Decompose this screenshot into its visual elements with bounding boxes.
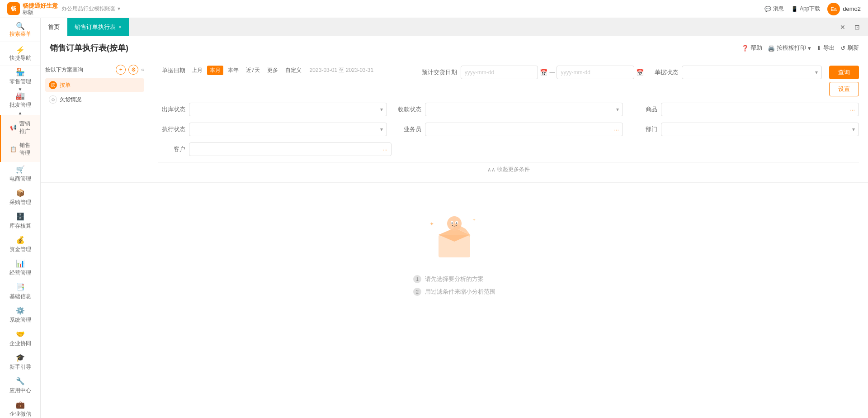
tip-text-2: 用过滤条件来缩小分析范围 <box>425 288 495 296</box>
tab-sales-exec[interactable]: 销售订单执行表 × <box>67 18 129 36</box>
help-label: 帮助 <box>750 44 762 52</box>
sidebar-item-finance[interactable]: 💰 资金管理 <box>0 233 40 256</box>
filter-field-dept: 部门 ▾ <box>630 123 859 136</box>
date-btn-this-month[interactable]: 本月 <box>207 66 223 75</box>
date-btn-this-year[interactable]: 本年 <box>225 66 241 75</box>
page-content: 销售订单执行表(按单) ❓ 帮助 🖨️ 按模板打印 ▾ ⬇ <box>41 36 868 418</box>
print-button[interactable]: 🖨️ 按模板打印 ▾ <box>768 44 811 52</box>
filter-field-goods: 商品 ··· <box>630 103 859 116</box>
date-btn-7days[interactable]: 近7天 <box>243 66 263 75</box>
newbie-icon: 🎓 <box>16 353 25 362</box>
page-title: 销售订单执行表(按单) <box>50 43 128 53</box>
tab-sales-exec-label: 销售订单执行表 <box>75 23 116 31</box>
scheme-item-欠货情况[interactable]: ⚙ 欠货情况 <box>45 93 144 106</box>
salesman-select[interactable]: ··· <box>425 123 623 136</box>
sidebar-item-enterprise[interactable]: 🤝 企业协同 <box>0 327 40 350</box>
status-select[interactable]: ▾ <box>682 66 822 79</box>
calendar-icon-1: 📅 <box>540 69 547 76</box>
salesman-more-icon[interactable]: ··· <box>614 126 619 133</box>
sidebar-item-quicknav[interactable]: ⚡ 快捷导航 <box>0 42 40 66</box>
stock-status-label: 出库状态 <box>158 105 185 114</box>
date-label: 单据日期 <box>158 66 185 75</box>
sidebar-enterprise-label: 企业协同 <box>9 340 31 347</box>
retail-icon: 🏪 <box>16 68 25 76</box>
breadcrumb-text: 办公用品行业模拟账套 <box>61 5 116 13</box>
app-download-icon: 📱 <box>791 6 798 12</box>
query-button[interactable]: 查询 <box>829 66 859 79</box>
filter-field-date: 单据日期 上月 本月 本年 近7天 更多 自定义 <box>158 66 415 75</box>
wechat-icon: 💼 <box>16 400 25 409</box>
content-area: 首页 销售订单执行表 × ✕ ⊡ 销售订单执行表(按单) <box>41 18 868 418</box>
settings-button[interactable]: 设置 <box>829 82 859 96</box>
message-button[interactable]: 💬 消息 <box>764 5 784 13</box>
collapse-panel-button[interactable]: « <box>141 66 144 73</box>
tab-home-label: 首页 <box>48 23 60 31</box>
sidebar-item-search[interactable]: 🔍 搜索菜单 <box>0 18 40 42</box>
goods-more-icon[interactable]: ··· <box>850 106 855 113</box>
app-download-button[interactable]: 📱 App下载 <box>791 5 820 13</box>
filter-field-stock-status: 出库状态 ▾ <box>158 103 387 116</box>
dept-select[interactable]: ▾ <box>661 123 859 136</box>
date-btn-last-month[interactable]: 上月 <box>189 66 205 75</box>
sidebar-item-retail[interactable]: 🏪 零售管理 ▼ <box>0 68 40 91</box>
customer-more-icon[interactable]: ··· <box>382 146 387 153</box>
goods-select[interactable]: ··· <box>661 103 859 116</box>
receipt-status-select[interactable]: ▾ <box>425 103 623 116</box>
sidebar-item-purchase[interactable]: 📦 采购管理 <box>0 185 40 209</box>
settings-scheme-button[interactable]: ⚙ <box>128 65 138 75</box>
date-btn-more[interactable]: 更多 <box>264 66 281 75</box>
add-scheme-button[interactable]: + <box>116 65 126 75</box>
refresh-label: 刷新 <box>847 44 859 52</box>
help-button[interactable]: ❓ 帮助 <box>741 44 762 52</box>
message-label: 消息 <box>773 5 784 13</box>
tab-close-button[interactable]: × <box>118 24 122 30</box>
sidebar-item-basicinfo[interactable]: 📑 基础信息 <box>0 280 40 303</box>
filter-left-panel: 按以下方案查询 + ⚙ « 按 按单 <box>41 59 149 182</box>
sidebar-item-appcenter[interactable]: 🔧 应用中心 <box>0 374 40 397</box>
help-icon: ❓ <box>741 45 749 52</box>
user-avatar-area[interactable]: Ea demo2 <box>827 3 861 15</box>
collapse-more-button[interactable]: ∧∧ 收起更多条件 <box>487 166 530 173</box>
exec-status-select[interactable]: ▾ <box>189 123 387 136</box>
avatar-initials: Ea <box>831 6 837 12</box>
sidebar-item-marketing[interactable]: 📢 营销推广 <box>1 117 40 138</box>
tab-bar: 首页 销售订单执行表 × ✕ ⊡ <box>41 18 868 36</box>
filter-field-receipt-status: 收款状态 ▾ <box>394 103 623 116</box>
empty-tip-1: 1 请先选择要分析的方案 <box>413 275 495 283</box>
app-download-label: App下载 <box>800 5 820 13</box>
filter-row-2: 出库状态 ▾ 收款状态 ▾ <box>158 103 859 116</box>
sidebar-item-wechat[interactable]: 💼 企业微信 <box>0 397 40 418</box>
tab-home[interactable]: 首页 <box>41 18 67 36</box>
operations-icon: 📊 <box>16 259 25 268</box>
tip-num-1: 1 <box>413 275 421 283</box>
finance-icon: 💰 <box>16 236 25 244</box>
empty-state: ✦ ✦ ✦ 1 请先选择要分析的方案 2 <box>404 183 505 328</box>
svg-text:✦: ✦ <box>429 221 434 227</box>
export-button[interactable]: ⬇ 导出 <box>816 44 835 52</box>
scheme-item-按单[interactable]: 按 按单 <box>45 78 144 92</box>
customer-select[interactable]: ··· <box>189 142 392 156</box>
scheme-label-欠货情况: 欠货情况 <box>60 96 81 104</box>
sidebar-item-inventory[interactable]: 🗄️ 库存核算 <box>0 209 40 233</box>
dept-arrow-icon: ▾ <box>852 126 855 133</box>
window-maximize-button[interactable]: ⊡ <box>852 22 863 33</box>
scheme-header-label: 按以下方案查询 <box>45 66 83 74</box>
svg-text:✦: ✦ <box>472 218 476 222</box>
expected-date-to[interactable]: yyyy-mm-dd <box>557 66 634 79</box>
scheme-label-按单: 按单 <box>60 81 71 89</box>
tip-num-2: 2 <box>413 288 421 296</box>
sidebar-item-ecommerce[interactable]: 🛒 电商管理 <box>0 162 40 185</box>
expected-date-from[interactable]: yyyy-mm-dd <box>461 66 538 79</box>
sidebar-item-newbie[interactable]: 🎓 新手引导 <box>0 350 40 374</box>
logo-area[interactable]: 畅 畅捷通好生意 标版 <box>7 2 58 16</box>
sidebar-item-system[interactable]: ⚙️ 系统管理 <box>0 303 40 327</box>
stock-status-select[interactable]: ▾ <box>189 103 387 116</box>
refresh-button[interactable]: ↺ 刷新 <box>840 44 859 52</box>
window-close-button[interactable]: ✕ <box>837 22 848 33</box>
sidebar-item-wholesale[interactable]: 🏭 批发管理 ▲ <box>0 91 40 115</box>
date-btn-custom[interactable]: 自定义 <box>283 66 304 75</box>
sidebar-item-sales-management[interactable]: 📋 销售管理 <box>1 138 40 160</box>
filter-row-4: 客户 ··· <box>158 142 859 156</box>
breadcrumb-chevron-icon[interactable]: ▾ <box>118 5 120 12</box>
sidebar-item-operations[interactable]: 📊 经营管理 <box>0 256 40 280</box>
